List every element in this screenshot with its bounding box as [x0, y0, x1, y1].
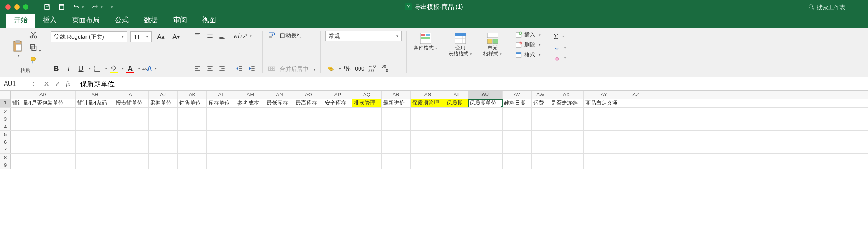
column-header[interactable]: AT: [445, 91, 468, 99]
tab-home[interactable]: 开始: [6, 12, 35, 28]
format-as-table-button[interactable]: 套用 表格格式▾: [446, 31, 474, 58]
cell[interactable]: [382, 161, 411, 169]
cell[interactable]: 库存单位: [207, 99, 236, 107]
column-header[interactable]: AO: [294, 91, 323, 99]
cell[interactable]: [352, 123, 382, 130]
row-header[interactable]: 6: [0, 138, 11, 146]
cell[interactable]: [532, 131, 549, 138]
cell[interactable]: [207, 154, 236, 161]
cell[interactable]: [411, 146, 445, 153]
align-middle-button[interactable]: [204, 31, 216, 41]
cancel-formula-button[interactable]: ✕: [44, 80, 49, 88]
cell[interactable]: [149, 138, 178, 146]
fill-color-button[interactable]: [108, 63, 120, 74]
cell[interactable]: 辅计量4是否包装单位: [11, 99, 76, 107]
fx-icon[interactable]: fx: [66, 81, 70, 87]
maximize-window-button[interactable]: [23, 4, 28, 10]
cell[interactable]: [624, 131, 647, 138]
cell[interactable]: [352, 108, 382, 115]
decrease-decimal-button[interactable]: .00→.0: [378, 63, 390, 74]
cell[interactable]: [624, 146, 647, 153]
cell[interactable]: [549, 123, 584, 130]
cell[interactable]: [265, 154, 294, 161]
cell[interactable]: 最高库存: [294, 99, 323, 107]
row-header[interactable]: 5: [0, 131, 11, 138]
align-top-button[interactable]: [192, 31, 203, 41]
qat-customize-button[interactable]: ▾: [111, 5, 113, 9]
cell[interactable]: [149, 131, 178, 138]
cell[interactable]: [532, 108, 549, 115]
align-bottom-button[interactable]: [216, 31, 228, 41]
column-header[interactable]: AV: [503, 91, 532, 99]
cell[interactable]: [468, 131, 503, 138]
phonetic-button[interactable]: abcA: [141, 63, 152, 74]
cell[interactable]: [207, 123, 236, 130]
cell[interactable]: [445, 161, 468, 169]
cell[interactable]: [584, 131, 624, 138]
row-header[interactable]: 9: [0, 161, 11, 169]
cell[interactable]: [76, 131, 114, 138]
column-header[interactable]: AW: [532, 91, 549, 99]
cell[interactable]: [468, 161, 503, 169]
cell[interactable]: [382, 115, 411, 123]
cell[interactable]: [468, 115, 503, 123]
cell[interactable]: [114, 108, 149, 115]
cell[interactable]: [352, 161, 382, 169]
search-box[interactable]: [808, 4, 863, 10]
cell[interactable]: [503, 154, 532, 161]
tab-review[interactable]: 审阅: [165, 12, 195, 28]
spreadsheet-grid[interactable]: AGAHAIAJAKALAMANAOAPAQARASATAUAVAWAXAYAZ…: [0, 91, 868, 169]
column-header[interactable]: AR: [382, 91, 411, 99]
cell[interactable]: [11, 123, 76, 130]
cell[interactable]: [114, 161, 149, 169]
cell[interactable]: [468, 123, 503, 130]
cell[interactable]: [294, 108, 323, 115]
cell[interactable]: [149, 108, 178, 115]
cell[interactable]: [236, 154, 265, 161]
column-header[interactable]: AN: [265, 91, 294, 99]
cell[interactable]: [468, 154, 503, 161]
cell[interactable]: [76, 123, 114, 130]
cell[interactable]: [503, 146, 532, 153]
column-header[interactable]: AZ: [624, 91, 647, 99]
cell[interactable]: [294, 131, 323, 138]
cell[interactable]: [445, 123, 468, 130]
cell[interactable]: [549, 154, 584, 161]
cell[interactable]: [114, 138, 149, 146]
decrease-indent-button[interactable]: [234, 63, 246, 74]
cell[interactable]: [236, 161, 265, 169]
cell[interactable]: 最新进价: [382, 99, 411, 107]
row-header[interactable]: 4: [0, 123, 11, 130]
cell[interactable]: [178, 115, 207, 123]
cell[interactable]: [584, 123, 624, 130]
column-header[interactable]: AI: [114, 91, 149, 99]
cell[interactable]: [549, 115, 584, 123]
cell[interactable]: 批次管理: [352, 99, 382, 107]
cell[interactable]: [236, 123, 265, 130]
cell[interactable]: [445, 131, 468, 138]
cell[interactable]: [445, 146, 468, 153]
cell[interactable]: [114, 131, 149, 138]
cell[interactable]: [624, 138, 647, 146]
cell-styles-button[interactable]: 单元 格样式▾: [481, 31, 504, 58]
cell[interactable]: [503, 131, 532, 138]
font-color-button[interactable]: A: [124, 63, 136, 74]
cell[interactable]: [411, 138, 445, 146]
cell[interactable]: [445, 154, 468, 161]
cell[interactable]: [294, 161, 323, 169]
insert-cells-button[interactable]: 插入▾: [514, 31, 542, 39]
cell[interactable]: 安全库存: [323, 99, 352, 107]
cell[interactable]: [624, 161, 647, 169]
tab-data[interactable]: 数据: [136, 12, 165, 28]
cell[interactable]: [584, 154, 624, 161]
column-header[interactable]: AG: [11, 91, 76, 99]
cell[interactable]: [352, 154, 382, 161]
cell[interactable]: [149, 123, 178, 130]
border-button[interactable]: [92, 63, 103, 74]
cell[interactable]: [549, 138, 584, 146]
cell[interactable]: [265, 161, 294, 169]
cell[interactable]: [294, 138, 323, 146]
cell[interactable]: [149, 146, 178, 153]
column-header[interactable]: AU: [468, 91, 503, 99]
cell[interactable]: 参考成本: [236, 99, 265, 107]
